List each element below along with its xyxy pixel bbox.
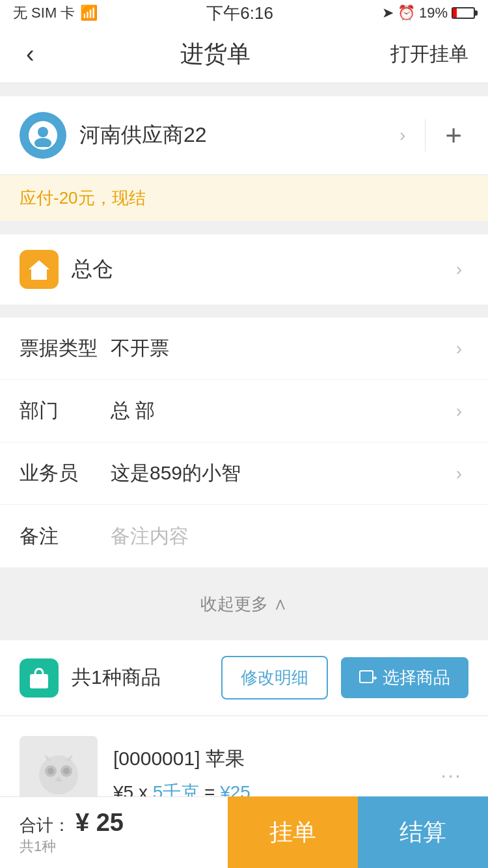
back-button[interactable]: ‹ [20,34,41,75]
wifi-icon: 📶 [80,5,98,21]
svg-rect-3 [30,674,48,688]
product-id: [0000001] [113,748,200,769]
svg-point-7 [39,755,78,794]
product-header-icon [20,658,59,698]
svg-point-11 [63,768,70,774]
department-chevron-icon: › [456,401,462,422]
salesman-value: 这是859的小智 [111,460,456,487]
product-name: [0000001] 苹果 [113,746,418,772]
status-bar: 无 SIM 卡 📶 下午6:16 ➤ ⏰ 19% [0,0,488,26]
total-value: ¥ 25 [75,809,124,837]
warehouse-chevron-icon: › [456,259,462,280]
collapse-bar[interactable]: 收起更多 ∧ [0,580,488,627]
remark-input[interactable]: 备注内容 [111,523,468,550]
select-product-label: 选择商品 [383,666,450,689]
supplier-chevron-icon: › [400,125,405,146]
total-label: 合计： [20,814,70,837]
notice-banner: 应付-20元，现结 [0,175,488,221]
warehouse-section[interactable]: 总仓 › [0,234,488,305]
product-thumb-logo [33,749,85,801]
supplier-section: 河南供应商22 › + [0,96,488,175]
total-sub: 共1种 [20,837,208,856]
product-info: [0000001] 苹果 ¥5 x 5千克 = ¥25 [113,746,418,805]
invoice-label: 票据类型 [20,335,111,362]
status-time: 下午6:16 [206,2,273,25]
product-header: 共1种商品 修改明细 选择商品 [0,640,488,715]
salesman-row[interactable]: 业务员 这是859的小智 › [0,442,488,505]
product-count: 共1种商品 [72,664,208,691]
salesman-chevron-icon: › [456,463,462,484]
alarm-icon: ⏰ [398,5,415,21]
edit-details-button[interactable]: 修改明细 [221,656,328,699]
svg-point-1 [34,138,51,147]
svg-marker-2 [29,260,49,280]
gap-2 [0,221,488,234]
select-product-icon [359,670,377,686]
warehouse-name: 总仓 [72,255,456,284]
person-icon [31,124,55,147]
remark-label: 备注 [20,523,111,550]
warehouse-icon [20,250,59,289]
salesman-label: 业务员 [20,460,111,487]
product-more-button[interactable]: ··· [434,757,468,794]
form-section: 票据类型 不开票 › 部门 总 部 › 业务员 这是859的小智 › 备注 备注… [0,318,488,567]
shopping-bag-icon [27,666,51,690]
sim-label: 无 SIM 卡 [13,3,75,23]
battery-text: 19% [419,5,448,21]
svg-rect-4 [360,671,373,683]
collapse-label: 收起更多 ∧ [200,593,287,616]
invoice-row[interactable]: 票据类型 不开票 › [0,318,488,380]
remark-row[interactable]: 备注 备注内容 [0,505,488,567]
status-left: 无 SIM 卡 📶 [13,3,98,23]
supplier-name[interactable]: 河南供应商22 [79,121,400,150]
department-value: 总 部 [111,398,456,424]
svg-point-0 [38,127,48,137]
svg-point-10 [47,768,54,774]
status-right: ➤ ⏰ 19% [382,5,475,21]
department-label: 部门 [20,398,111,424]
pending-button[interactable]: 挂单 [228,796,358,868]
house-icon [27,258,51,281]
notice-text: 应付-20元，现结 [20,188,146,208]
select-product-button[interactable]: 选择商品 [341,657,468,698]
location-icon: ➤ [382,5,394,21]
invoice-chevron-icon: › [456,338,462,359]
footer-total: 合计： ¥ 25 共1种 [0,796,228,868]
page-title: 进货单 [180,38,251,70]
gap-1 [0,83,488,96]
department-row[interactable]: 部门 总 部 › [0,380,488,442]
footer: 合计： ¥ 25 共1种 挂单 结算 [0,796,488,868]
open-pending-button[interactable]: 打开挂单 [390,41,468,68]
battery-icon [452,7,475,19]
checkout-button[interactable]: 结算 [358,796,488,868]
product-title: 苹果 [206,748,245,769]
divider [425,119,426,152]
invoice-value: 不开票 [111,335,456,362]
supplier-avatar [20,112,66,159]
nav-bar: ‹ 进货单 打开挂单 [0,26,488,83]
add-supplier-button[interactable]: + [439,119,468,152]
